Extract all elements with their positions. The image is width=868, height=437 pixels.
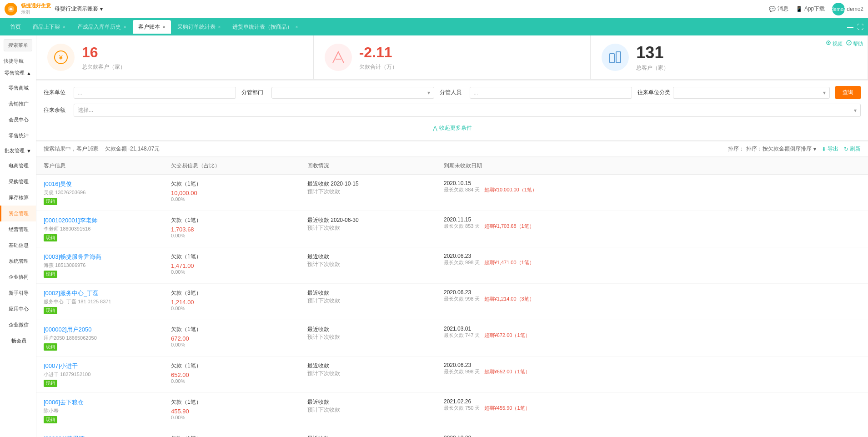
debt-count-0: 欠款（1笔）: [171, 180, 307, 188]
view-icon[interactable]: 视频: [826, 40, 843, 47]
overdue-link-0[interactable]: 超期¥10,000.00（1笔）: [484, 187, 537, 192]
customer-info-0: [0016]吴俊 吴俊 13026203696 现销: [44, 180, 171, 205]
sidebar-item-wechat[interactable]: 企业微信: [0, 317, 36, 333]
maximize-button[interactable]: ⛶: [857, 23, 863, 30]
overdue-link-2[interactable]: 超期¥1,471.00（1笔）: [484, 260, 534, 265]
customer-sub-3: 服务中心_丁磊 181 0125 8371: [44, 298, 171, 305]
debt-info-4: 欠款（1笔） 672.00 0.00%: [171, 326, 307, 347]
tab-home[interactable]: 首页: [5, 23, 26, 31]
customer-info-1: [0001020001]李老师 李老师 18600391516 现销: [44, 216, 171, 241]
sidebar-item-marketing[interactable]: 营销推广: [0, 96, 36, 112]
store-selector[interactable]: 母婴行业演示账套 ▾: [55, 5, 103, 13]
minimize-button[interactable]: —: [847, 23, 853, 30]
stat-number-customers: 16: [82, 44, 302, 61]
sidebar-item-operations[interactable]: 经营管理: [0, 221, 36, 237]
sidebar-item-purchase[interactable]: 采购管理: [0, 174, 36, 190]
table-row: [0003]畅捷服务尹海燕 海燕 18513066976 现销 欠款（1笔） 1…: [36, 247, 868, 284]
help-icon[interactable]: ? 帮助: [846, 40, 863, 47]
last-collection-3: 最近收款: [307, 289, 444, 297]
search-button[interactable]: 查询: [835, 86, 861, 99]
refresh-button[interactable]: ↻ 刷新: [844, 145, 861, 153]
debt-count-7: 欠款（1笔）: [171, 435, 307, 437]
sidebar-item-wholesale-mgmt[interactable]: 批发管理 ▼: [0, 144, 36, 158]
sidebar-item-app-center[interactable]: 应用中心: [0, 301, 36, 317]
person-input[interactable]: ...: [470, 87, 632, 99]
tab-close-purchase[interactable]: ×: [218, 25, 221, 30]
sidebar-item-finance[interactable]: 资金管理: [0, 206, 36, 221]
recovery-info-3: 最近收款 预计下次收款: [307, 289, 444, 305]
last-collection-0: 最近收款 2020-10-15: [307, 180, 444, 188]
tab-product-history[interactable]: 产成品入库单历史 ×: [72, 20, 132, 34]
sidebar-item-member[interactable]: 会员中心: [0, 112, 36, 128]
sidebar-item-enterprise[interactable]: 企业协同: [0, 269, 36, 285]
overdue-link-3[interactable]: 超期¥1,214.00（3笔）: [484, 296, 534, 301]
collapse-button[interactable]: ⋀ 收起更多条件: [430, 121, 475, 135]
sidebar-item-basic-info[interactable]: 基础信息: [0, 237, 36, 253]
customer-name-0[interactable]: [0016]吴俊: [44, 180, 171, 188]
tab-inbound-stats[interactable]: 进货单统计表（按商品） ×: [227, 20, 303, 34]
message-button[interactable]: 💬 消息: [769, 5, 788, 13]
tab-close-goods[interactable]: ×: [63, 25, 65, 30]
sidebar-item-ecommerce[interactable]: 电商管理: [0, 158, 36, 174]
sort-select[interactable]: 排序： 排序：按欠款金额倒序排序 ▾: [728, 145, 816, 153]
unit-class-select[interactable]: ▾: [673, 87, 830, 99]
customer-name-3[interactable]: [0002]服务中心_丁磊: [44, 289, 171, 297]
debt-amount-5[interactable]: 652.00: [171, 372, 307, 378]
sidebar-item-guide[interactable]: 新手引导: [0, 285, 36, 301]
svg-rect-4: [616, 52, 621, 63]
person-label: 分管人员: [440, 89, 467, 96]
tab-goods[interactable]: 商品上下架 ×: [27, 20, 71, 34]
customer-name-1[interactable]: [0001020001]李老师: [44, 216, 171, 225]
debt-percent-4: 0.00%: [171, 342, 307, 347]
overdue-link-1[interactable]: 超期¥1,703.68（1笔）: [484, 223, 534, 229]
tab-close-product[interactable]: ×: [124, 25, 126, 30]
filter-from-unit: 往来单位 ...: [44, 87, 236, 99]
sidebar-item-retail-store[interactable]: 零售商城: [0, 80, 36, 96]
stat-info-amount: -2.11 欠款合计（万）: [359, 44, 580, 70]
overdue-link-4[interactable]: 超期¥672.00（1笔）: [484, 332, 530, 338]
customer-name-6[interactable]: [0006]去下粮仓: [44, 398, 171, 407]
sidebar-item-vip[interactable]: 畅会员: [0, 333, 36, 349]
from-unit-input[interactable]: ...: [74, 87, 236, 99]
result-text: 搜索结果中，客户16家 欠款金额 -21,148.07元: [44, 145, 160, 153]
customer-name-5[interactable]: [0007]小进干: [44, 362, 171, 370]
customer-name-2[interactable]: [0003]畅捷服务尹海燕: [44, 253, 171, 261]
debt-count-3: 欠款（3笔）: [171, 289, 307, 297]
debt-amount-2[interactable]: 1,471.00: [171, 262, 307, 269]
last-collection-7: 最近收款: [307, 435, 444, 437]
top-bar: 畅捷通好生意 示例 母婴行业演示账套 ▾ 💬 消息 📱 App下载 demo2 …: [0, 0, 868, 18]
tab-bar-right: — ⛶: [847, 23, 863, 30]
debt-amount-3[interactable]: 1,214.00: [171, 299, 307, 306]
content-area: ¥ 16 总欠款客户（家） -2.11 欠款合计（万）: [36, 35, 868, 437]
svg-text:¥: ¥: [59, 54, 63, 61]
overdue-days-0: 最长欠款 884 天 超期¥10,000.00（1笔）: [444, 186, 861, 193]
user-menu[interactable]: demo2 demo2: [832, 3, 863, 15]
debt-amount-0[interactable]: 10,000.00: [171, 190, 307, 196]
search-menu-button[interactable]: 搜索菜单: [4, 39, 32, 51]
tab-purchase-stats[interactable]: 采购订单统计表 ×: [172, 20, 226, 34]
customer-name-7[interactable]: [000001]黄思源: [44, 435, 171, 437]
customer-sub-6: 陈小希: [44, 407, 171, 414]
debt-amount-6[interactable]: 455.90: [171, 408, 307, 415]
dept-select[interactable]: ▾: [271, 87, 434, 99]
sidebar-item-inventory[interactable]: 库存核算: [0, 190, 36, 206]
last-collection-4: 最近收款: [307, 326, 444, 333]
chevron-down-class: ▾: [823, 90, 826, 96]
tab-close-customer[interactable]: ×: [163, 25, 166, 30]
tab-customer-account[interactable]: 客户账本 ×: [133, 20, 171, 34]
sidebar-item-retail-mgmt[interactable]: 零售管理 ▲: [0, 66, 36, 80]
export-button[interactable]: ⬇ 导出: [822, 145, 838, 153]
app-download-button[interactable]: 📱 App下载: [796, 5, 825, 13]
filter-row-1: 往来单位 ... 分管部门 ▾ 分管人员 ...: [44, 86, 861, 99]
debt-amount-1[interactable]: 1,703.68: [171, 226, 307, 233]
overdue-link-5[interactable]: 超期¥652.00（1笔）: [484, 369, 530, 374]
tab-close-inbound[interactable]: ×: [295, 25, 298, 30]
sidebar-item-system[interactable]: 系统管理: [0, 253, 36, 269]
overdue-link-6[interactable]: 超期¥455.90（1笔）: [484, 405, 530, 411]
table-row: [0016]吴俊 吴俊 13026203696 现销 欠款（1笔） 10,000…: [36, 175, 868, 211]
debt-amount-4[interactable]: 672.00: [171, 335, 307, 342]
sidebar-item-retail-stats[interactable]: 零售统计: [0, 128, 36, 144]
customer-name-4[interactable]: [000002]用户2050: [44, 326, 171, 334]
due-date-0: 2020.10.15: [444, 180, 861, 186]
balance-select[interactable]: 选择... ▾: [74, 104, 861, 117]
